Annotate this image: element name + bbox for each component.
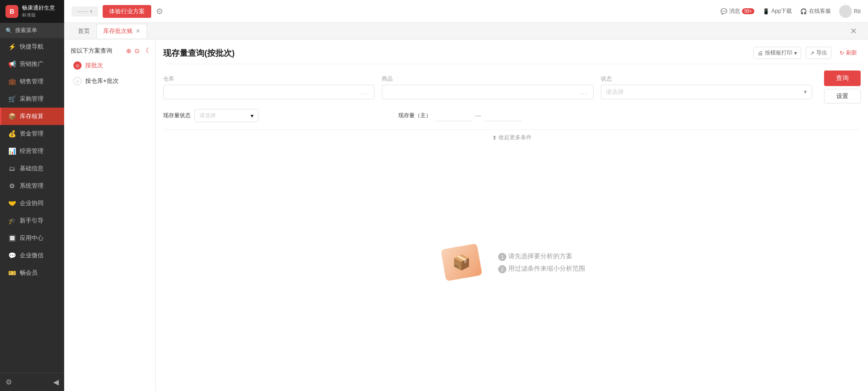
scheme-by-batch[interactable]: ⊙ 按批次 — [64, 58, 155, 73]
empty-icon: 📦 — [439, 242, 484, 288]
online-service-item[interactable]: 🎧 在线客服 — [800, 7, 831, 15]
sidebar-item-marketing[interactable]: 📢 营销推广 — [0, 55, 64, 73]
action-buttons: 查询 设置 — [824, 71, 861, 103]
inventory-icon: 📦 — [8, 113, 16, 120]
app-download-item[interactable]: 📱 App下载 — [763, 7, 792, 15]
export-icon: ↗ — [810, 50, 814, 56]
collapse-panel-icon[interactable]: 《 — [143, 47, 149, 55]
filter-row-2: 现存量状态 请选择 ▾ 现存量（主） — — [163, 109, 861, 122]
warehouse-input[interactable]: ... — [163, 85, 374, 99]
filter-product: 商品 ... — [382, 75, 593, 99]
purchase-icon: 🛒 — [8, 95, 16, 103]
print-icon: 🖨 — [758, 50, 763, 56]
app-version: 标准版 — [22, 12, 55, 18]
member-icon: 🎫 — [8, 269, 16, 277]
sales-icon: 💼 — [8, 78, 16, 85]
main-area: —— ▾ 体验行业方案 ⚙ 💬 消息 99+ 📱 App下载 🎧 在线客服 — [64, 0, 868, 391]
settings-button[interactable]: 设置 — [824, 89, 861, 103]
sidebar-nav: ⚡ 快捷导航 📢 营销推广 💼 销售管理 🛒 采购管理 📦 库存核算 💰 资金管… — [0, 38, 64, 373]
filter-row-1: 仓库 ... 商品 ... 状态 请选择 — [163, 71, 861, 103]
search-icon: 🔍 — [5, 27, 12, 34]
sidebar-item-basic[interactable]: 🗂 基础信息 — [0, 160, 64, 177]
sidebar-footer: ⚙ ◀ — [0, 373, 64, 391]
tabs-bar: 首页 库存批次账 ✕ ✕ — [64, 23, 868, 39]
basic-icon: 🗂 — [8, 165, 16, 172]
stock-status-select[interactable]: 请选择 ▾ — [194, 109, 258, 122]
sidebar-item-member[interactable]: 🎫 畅会员 — [0, 264, 64, 282]
stock-qty-max-input[interactable] — [485, 110, 522, 121]
gear-icon[interactable]: ⚙ — [156, 6, 163, 16]
stock-qty-min-input[interactable] — [435, 110, 472, 121]
print-by-template-button[interactable]: 🖨 按模板打印 ▾ — [753, 47, 801, 59]
refresh-icon: ↻ — [840, 50, 844, 56]
sidebar-item-system[interactable]: ⚙ 系统管理 — [0, 177, 64, 195]
tab-home[interactable]: 首页 — [71, 24, 96, 38]
sidebar-item-operations[interactable]: 📊 经营管理 — [0, 142, 64, 160]
system-icon: ⚙ — [8, 182, 16, 190]
refresh-button[interactable]: ↻ 刷新 — [836, 47, 861, 59]
active-scheme-dot: ⊙ — [73, 61, 82, 70]
user-profile-item[interactable]: Rit — [839, 5, 861, 18]
sidebar-item-quick-nav[interactable]: ⚡ 快捷导航 — [0, 38, 64, 55]
sidebar-item-newuser[interactable]: 🎓 新手引导 — [0, 212, 64, 229]
filter-stock-qty: 现存量（主） — — [398, 110, 626, 121]
breadcrumb: —— ▾ — [71, 6, 98, 16]
tab-close-panel-icon[interactable]: ✕ — [846, 26, 861, 36]
enterprise-icon: 🤝 — [8, 200, 16, 207]
sidebar-item-enterprise[interactable]: 🤝 企业协同 — [0, 195, 64, 212]
app-logo: B — [5, 5, 18, 18]
app-company: 畅康通好生意 — [22, 5, 55, 12]
product-input[interactable]: ... — [382, 85, 593, 99]
marketing-icon: 📢 — [8, 60, 16, 68]
empty-state: 📦 1 请先选择要分析的方案 2 用过滤条件来缩小分析范围 — [163, 145, 861, 384]
newuser-icon: 🎓 — [8, 217, 16, 224]
filter-status: 状态 请选择 ▾ — [601, 75, 812, 99]
warehouse-dots-icon: ... — [361, 88, 369, 96]
query-button[interactable]: 查询 — [824, 71, 861, 86]
template-chevron-icon: ▾ — [794, 50, 797, 56]
user-avatar — [839, 5, 852, 18]
message-badge: 99+ — [742, 8, 754, 14]
stock-status-chevron-icon: ▾ — [251, 113, 253, 119]
breadcrumb-text: —— — [77, 8, 88, 15]
topbar-right: 💬 消息 99+ 📱 App下载 🎧 在线客服 Rit — [720, 5, 861, 18]
tab-close-icon[interactable]: ✕ — [136, 28, 140, 34]
apps-icon: 🔲 — [8, 234, 16, 242]
sidebar-search[interactable]: 🔍 搜索菜单 — [0, 23, 64, 38]
operations-icon: 📊 — [8, 147, 16, 155]
industry-solution-button[interactable]: 体验行业方案 — [103, 5, 151, 18]
quick-nav-icon: ⚡ — [8, 43, 16, 50]
sidebar-item-sales[interactable]: 💼 销售管理 — [0, 73, 64, 90]
sidebar-item-inventory[interactable]: 📦 库存核算 — [0, 108, 64, 125]
page-title-bar: 现存量查询(按批次) 🖨 按模板打印 ▾ ↗ 导出 ↻ 刷新 — [163, 47, 861, 64]
collapse-sidebar-icon[interactable]: ◀ — [53, 378, 59, 386]
weixin-icon: 💬 — [8, 252, 16, 259]
sidebar-item-purchase[interactable]: 🛒 采购管理 — [0, 90, 64, 108]
sidebar-item-finance[interactable]: 💰 资金管理 — [0, 125, 64, 142]
collapse-bar[interactable]: ⬆ 收起更多条件 — [163, 130, 861, 145]
scheme-settings-icon[interactable]: ⊙ — [134, 47, 140, 54]
tab-inventory-batch[interactable]: 库存批次账 ✕ — [96, 24, 147, 38]
product-dots-icon: ... — [579, 88, 588, 96]
page-content: 按以下方案查询 ⊕ ⊙ 《 ⊙ 按批次 ○ 按仓库+批次 现存量查询(按批次) — [64, 39, 868, 391]
breadcrumb-chevron-icon: ▾ — [90, 8, 93, 15]
status-select[interactable]: 请选择 ▾ — [601, 85, 812, 99]
add-scheme-button[interactable]: ⊕ — [126, 47, 132, 54]
scheme-by-warehouse-batch[interactable]: ○ 按仓库+批次 — [64, 73, 155, 89]
empty-text: 1 请先选择要分析的方案 2 用过滤条件来缩小分析范围 — [498, 252, 585, 277]
messages-item[interactable]: 💬 消息 99+ — [720, 7, 754, 15]
phone-icon: 📱 — [763, 8, 769, 15]
headset-icon: 🎧 — [800, 8, 807, 15]
left-panel-header: 按以下方案查询 ⊕ ⊙ 《 — [64, 44, 155, 58]
sidebar-item-weixin[interactable]: 💬 企业微信 — [0, 247, 64, 264]
hint-num-2: 2 — [498, 265, 506, 273]
sidebar-item-apps[interactable]: 🔲 应用中心 — [0, 229, 64, 247]
left-panel: 按以下方案查询 ⊕ ⊙ 《 ⊙ 按批次 ○ 按仓库+批次 — [64, 39, 156, 391]
export-button[interactable]: ↗ 导出 — [806, 47, 831, 59]
topbar-left: —— ▾ 体验行业方案 ⚙ — [71, 5, 163, 18]
inactive-scheme-dot: ○ — [73, 77, 82, 85]
topbar: —— ▾ 体验行业方案 ⚙ 💬 消息 99+ 📱 App下载 🎧 在线客服 — [64, 0, 868, 23]
left-panel-actions: ⊕ ⊙ 《 — [126, 47, 149, 55]
collapse-up-icon: ⬆ — [492, 135, 497, 141]
settings-footer-icon[interactable]: ⚙ — [5, 378, 12, 386]
